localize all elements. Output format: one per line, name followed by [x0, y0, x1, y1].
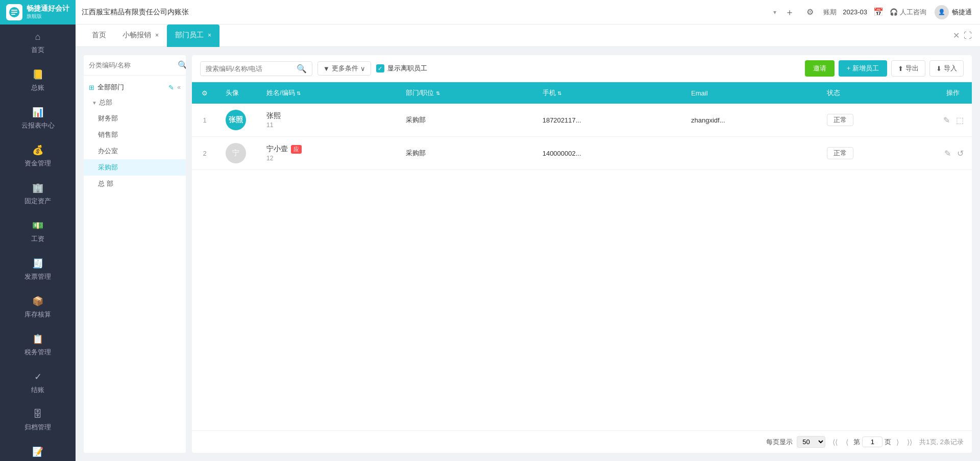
sidebar-item-checkout[interactable]: ✓ 结账 — [0, 364, 76, 402]
sidebar-item-archive[interactable]: 🗄 归档管理 — [0, 402, 76, 439]
sidebar-item-salary[interactable]: 💵 工资 — [0, 213, 76, 251]
row2-refresh-icon[interactable]: ↺ — [957, 149, 964, 158]
sidebar-item-expense[interactable]: 📝 小畅报销 — [0, 439, 76, 461]
page-size-select[interactable]: 50 10 20 100 — [797, 436, 825, 448]
row1-name: 张熙 — [266, 111, 281, 120]
invite-button[interactable]: 邀请 — [805, 60, 835, 77]
sidebar-label-assets: 固定资产 — [24, 197, 51, 206]
dept-bangongshi-label: 办公室 — [98, 147, 118, 155]
service-button[interactable]: 🎧 人工咨询 — [890, 8, 926, 17]
show-resigned-label: 显示离职员工 — [387, 64, 427, 73]
show-resigned-checkbox[interactable]: ✓ — [376, 64, 384, 72]
last-page-button[interactable]: ⟩⟩ — [904, 437, 915, 447]
sidebar-label-archive: 归档管理 — [24, 423, 51, 432]
company-dropdown-icon[interactable]: ▾ — [773, 9, 776, 16]
dept-xiaoshou-label: 销售部 — [98, 131, 118, 138]
dept-node-bangongshi[interactable]: 办公室 — [84, 143, 186, 159]
tab-expense[interactable]: 小畅报销 × — [114, 25, 167, 47]
add-employee-button[interactable]: + 新增员工 — [839, 60, 887, 77]
dept-node-zongbu2[interactable]: 总 部 — [84, 176, 186, 192]
emp-search-input[interactable] — [206, 65, 293, 72]
row1-status-badge: 正常 — [827, 114, 853, 126]
row1-code: 11 — [266, 122, 389, 129]
dept-tree: ⊞ 全部部门 ✎ « ▼ 总部 财务部 销售部 — [84, 76, 186, 453]
row2-code: 12 — [266, 155, 389, 162]
dept-node-xiaoshou[interactable]: 销售部 — [84, 127, 186, 143]
filter-button[interactable]: ▼ 更多条件 ∨ — [317, 61, 371, 76]
row2-email — [683, 137, 819, 170]
add-button[interactable]: ＋ — [782, 5, 797, 19]
sidebar-item-invoice[interactable]: 🧾 发票管理 — [0, 251, 76, 288]
tab-dept-emp-close[interactable]: × — [208, 32, 211, 39]
funds-icon: 💰 — [32, 144, 43, 156]
filter-chevron-icon: ∨ — [360, 65, 365, 72]
sidebar-item-tax[interactable]: 📋 税务管理 — [0, 326, 76, 364]
tab-expand-button[interactable]: ⛶ — [964, 31, 972, 40]
next-page-button[interactable]: ⟩ — [893, 437, 902, 447]
dept-node-caiwu[interactable]: 财务部 — [84, 110, 186, 127]
logo-icon — [6, 4, 22, 20]
sidebar-item-reports[interactable]: 📊 云报表中心 — [0, 100, 76, 137]
th-status: 状态 — [819, 82, 911, 104]
user-area[interactable]: 👤 畅捷通 — [935, 5, 972, 19]
emp-search-icon[interactable]: 🔍 — [297, 64, 307, 74]
row1-actions: ✎ ⬚ — [911, 104, 972, 137]
th-phone[interactable]: 手机 ⇅ — [534, 82, 683, 104]
sidebar-label-funds: 资金管理 — [24, 159, 51, 168]
tab-close-button[interactable]: ✕ — [953, 31, 960, 40]
dept-search-icon[interactable]: 🔍 — [178, 60, 186, 70]
main-layout: ⌂ 首页 📒 总账 📊 云报表中心 💰 资金管理 🏢 固定资产 💵 工资 🧾 发… — [0, 25, 980, 461]
th-settings[interactable]: ⚙ — [192, 82, 217, 104]
th-name-code[interactable]: 姓名/编码 ⇅ — [258, 82, 398, 104]
row2-status-badge: 正常 — [827, 147, 853, 159]
sidebar-label-home: 首页 — [31, 45, 44, 55]
row2-tag: 应 — [291, 145, 302, 154]
th-avatar-label: 头像 — [226, 89, 239, 96]
first-page-button[interactable]: ⟨⟨ — [829, 437, 841, 447]
row2-edit-icon[interactable]: ✎ — [944, 149, 951, 158]
tab-expense-close[interactable]: × — [155, 32, 159, 39]
dept-node-caigou[interactable]: 采购部 — [84, 159, 186, 176]
import-button[interactable]: ⬇ 导入 — [929, 60, 964, 77]
settings-button[interactable]: ⚙ — [803, 5, 817, 19]
row1-edit-icon[interactable]: ✎ — [943, 115, 950, 125]
tab-home[interactable]: 首页 — [84, 25, 114, 47]
toolbar-right: 邀请 + 新增员工 ⬆ 导出 ⬇ 导入 — [805, 60, 964, 77]
emp-search-wrap: 🔍 — [200, 61, 312, 76]
dept-collapse-icon[interactable]: « — [177, 84, 181, 91]
dept-parent-zongbu[interactable]: ▼ 总部 — [84, 95, 186, 110]
sidebar-item-ledger[interactable]: 📒 总账 — [0, 62, 76, 100]
row2-name-code: 宁小壹 应 12 — [258, 137, 398, 170]
sidebar-item-assets[interactable]: 🏢 固定资产 — [0, 175, 76, 213]
emp-toolbar: 🔍 ▼ 更多条件 ∨ ✓ 显示离职员工 邀请 + 新增员工 — [192, 55, 972, 82]
row1-num: 1 — [192, 104, 217, 137]
sidebar-item-funds[interactable]: 💰 资金管理 — [0, 137, 76, 175]
checkout-icon: ✓ — [34, 371, 42, 382]
th-actions: 操作 — [911, 82, 972, 104]
dept-search-input[interactable] — [89, 61, 175, 69]
all-dept-label: 全部部门 — [97, 83, 124, 92]
sidebar-item-inventory[interactable]: 📦 库存核算 — [0, 288, 76, 326]
th-email-label: Email — [691, 89, 708, 97]
dept-caigou-label: 采购部 — [98, 163, 118, 171]
table-header: ⚙ 头像 姓名/编码 ⇅ 部门/职位 — [192, 82, 972, 104]
th-dept-pos[interactable]: 部门/职位 ⇅ — [398, 82, 534, 104]
row1-action-icons: ✎ ⬚ — [919, 115, 964, 125]
row2-phone: 140000002... — [534, 137, 683, 170]
page-input[interactable] — [862, 436, 883, 447]
dept-edit-icon[interactable]: ✎ — [168, 84, 174, 91]
row1-logout-icon[interactable]: ⬚ — [956, 115, 964, 125]
sidebar-item-home[interactable]: ⌂ 首页 — [0, 25, 76, 62]
prev-page-button[interactable]: ⟨ — [843, 437, 851, 447]
export-button[interactable]: ⬆ 导出 — [891, 60, 925, 77]
sort-dept-icon: ⇅ — [436, 90, 440, 96]
logo-area: 畅捷通好会计 旗舰版 — [0, 0, 76, 25]
tab-dept-emp-label: 部门员工 — [175, 31, 204, 40]
calendar-icon[interactable]: 📅 — [873, 7, 884, 17]
page-content: 🔍 ⊞ 全部部门 ✎ « ▼ 总部 财务部 — [76, 47, 980, 461]
tab-dept-emp[interactable]: 部门员工 × — [167, 25, 219, 47]
show-resigned-wrap[interactable]: ✓ 显示离职员工 — [376, 64, 427, 73]
top-header: 畅捷通好会计 旗舰版 江西服宝精品有限责任公司内账张 ▾ ＋ ⚙ 账期 2023… — [0, 0, 980, 25]
all-dept-header[interactable]: ⊞ 全部部门 ✎ « — [84, 80, 186, 95]
row2-num: 2 — [192, 137, 217, 170]
